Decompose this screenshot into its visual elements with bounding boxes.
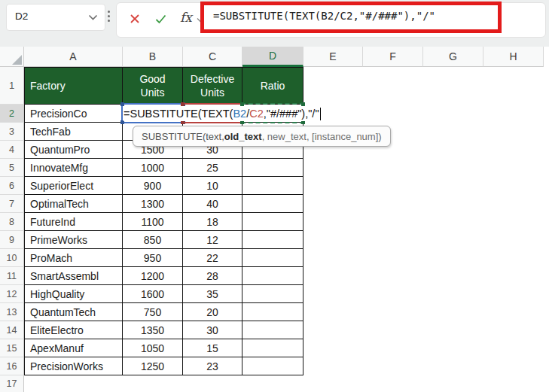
cell-good-units[interactable]: 950 <box>123 249 183 267</box>
cell-defective-units[interactable]: 23 <box>183 357 242 375</box>
current-argument: old_text <box>224 131 262 142</box>
formula-bar-input[interactable]: =SUBSTITUTE(TEXT(B2/C2,"#/###"),"/" <box>213 10 435 22</box>
cell-ratio[interactable] <box>242 339 303 357</box>
cell-ratio[interactable] <box>242 321 303 339</box>
row-header[interactable]: 15 <box>0 339 24 357</box>
enter-check-icon[interactable] <box>154 13 167 25</box>
row-header[interactable]: 7 <box>0 195 24 213</box>
cell-defective-units[interactable]: 10 <box>183 177 242 195</box>
column-header-h[interactable]: H <box>483 47 544 67</box>
cell-factory[interactable]: QuantumTech <box>24 303 123 321</box>
cell-factory[interactable]: PrecisionWorks <box>24 357 123 375</box>
cell-ratio[interactable] <box>242 159 303 177</box>
in-cell-formula-editor[interactable]: =SUBSTITUTE(TEXT(B2/C2,"#/###"),"/" <box>124 106 329 121</box>
row-header[interactable]: 1 <box>0 67 24 105</box>
cell-factory[interactable]: QuantumPro <box>24 141 123 159</box>
column-header-c[interactable]: C <box>183 47 242 67</box>
row-header[interactable]: 5 <box>0 159 24 177</box>
more-options-icon[interactable] <box>108 11 110 22</box>
cell-good-units[interactable]: 1600 <box>123 285 183 303</box>
cell-good-units[interactable]: 1000 <box>123 159 183 177</box>
table-row: 16 PrecisionWorks 1250 23 <box>0 357 549 375</box>
cell-defective-units[interactable]: 25 <box>183 159 242 177</box>
cell-good-units[interactable]: 1200 <box>123 267 183 285</box>
table-row: 11 SmartAssembl 1200 28 <box>0 267 549 285</box>
cell-b1-good-units[interactable]: Good Units <box>123 67 183 105</box>
cell-c1-defective-units[interactable]: Defective Units <box>183 67 242 105</box>
cell-defective-units[interactable]: 12 <box>183 231 242 249</box>
row-header[interactable]: 14 <box>0 321 24 339</box>
cell-factory[interactable]: PrimeWorks <box>24 231 123 249</box>
column-header-e[interactable]: E <box>303 47 363 67</box>
cell-defective-units[interactable]: 18 <box>183 213 242 231</box>
cell-factory[interactable]: OptimalTech <box>24 195 123 213</box>
cell-good-units[interactable]: 1050 <box>123 339 183 357</box>
name-box-value: D2 <box>15 11 28 22</box>
insert-function-icon[interactable]: fx <box>180 10 192 25</box>
row-header[interactable]: 11 <box>0 267 24 285</box>
cell-factory[interactable]: ProMach <box>24 249 123 267</box>
cell-factory[interactable]: SuperiorElect <box>24 177 123 195</box>
cell-factory[interactable]: PrecisionCo <box>24 105 123 123</box>
table-row: 8 FutureInd 1100 18 <box>0 213 549 231</box>
row-header[interactable]: 8 <box>0 213 24 231</box>
row-header[interactable]: 16 <box>0 357 24 375</box>
cell-good-units[interactable]: 1350 <box>123 321 183 339</box>
cell-ratio[interactable] <box>242 357 303 375</box>
cell-d1-ratio[interactable]: Ratio <box>242 67 303 105</box>
cell-ratio[interactable] <box>242 267 303 285</box>
cell-good-units[interactable]: 750 <box>123 303 183 321</box>
cell-good-units[interactable]: 1300 <box>123 195 183 213</box>
cell-ratio[interactable] <box>242 303 303 321</box>
cell-good-units[interactable]: 1250 <box>123 357 183 375</box>
cell-defective-units[interactable]: 28 <box>183 267 242 285</box>
cell-good-units[interactable]: 900 <box>123 177 183 195</box>
cell-defective-units[interactable]: 40 <box>183 195 242 213</box>
formula-ref-c2: C2 <box>249 108 264 120</box>
column-header-f[interactable]: F <box>363 47 423 67</box>
cell-good-units[interactable]: 850 <box>123 231 183 249</box>
cell-ratio[interactable] <box>242 249 303 267</box>
cell-ratio[interactable] <box>242 213 303 231</box>
cancel-icon[interactable] <box>129 13 141 25</box>
cell-factory[interactable]: EliteElectro <box>24 321 123 339</box>
cell-good-units[interactable]: 1100 <box>123 213 183 231</box>
cell-factory[interactable]: FutureInd <box>24 213 123 231</box>
column-header-d-selected[interactable]: D <box>242 47 303 67</box>
row-header[interactable]: 9 <box>0 231 24 249</box>
cell-a1-factory[interactable]: Factory <box>24 67 123 105</box>
cell-defective-units[interactable]: 20 <box>183 303 242 321</box>
column-header-a[interactable]: A <box>24 47 123 67</box>
cell-ratio[interactable] <box>242 177 303 195</box>
table-row: 14 EliteElectro 1350 30 <box>0 321 549 339</box>
cell-factory[interactable]: TechFab <box>24 123 123 141</box>
table-row: 5 InnovateMfg 1000 25 <box>0 159 549 177</box>
cell-factory[interactable]: InnovateMfg <box>24 159 123 177</box>
cell-factory[interactable]: ApexManuf <box>24 339 123 357</box>
table-row: 9 PrimeWorks 850 12 <box>0 231 549 249</box>
cell-factory[interactable]: HighQuality <box>24 285 123 303</box>
row-header[interactable]: 17 <box>0 375 24 392</box>
cell-ratio[interactable] <box>242 195 303 213</box>
row-header[interactable]: 4 <box>0 141 24 159</box>
row-header[interactable]: 10 <box>0 249 24 267</box>
row-header[interactable]: 3 <box>0 123 24 141</box>
table-header-row: 1 Factory Good Units Defective Units Rat… <box>0 67 549 105</box>
annotation-highlight-box: =SUBSTITUTE(TEXT(B2/C2,"#/###"),"/" <box>200 2 502 33</box>
column-header-b[interactable]: B <box>123 47 183 67</box>
select-all-button[interactable] <box>0 47 24 67</box>
cell-ratio[interactable] <box>242 231 303 249</box>
cell-defective-units[interactable]: 15 <box>183 339 242 357</box>
chevron-down-icon[interactable] <box>88 14 98 21</box>
row-header[interactable]: 6 <box>0 177 24 195</box>
cell-factory[interactable]: SmartAssembl <box>24 267 123 285</box>
cell-defective-units[interactable]: 35 <box>183 285 242 303</box>
cell-ratio[interactable] <box>242 285 303 303</box>
column-header-g[interactable]: G <box>423 47 483 67</box>
row-header[interactable]: 2 <box>0 105 24 123</box>
row-header[interactable]: 12 <box>0 285 24 303</box>
row-header[interactable]: 13 <box>0 303 24 321</box>
cell-defective-units[interactable]: 30 <box>183 321 242 339</box>
name-box[interactable]: D2 <box>6 4 105 31</box>
cell-defective-units[interactable]: 22 <box>183 249 242 267</box>
